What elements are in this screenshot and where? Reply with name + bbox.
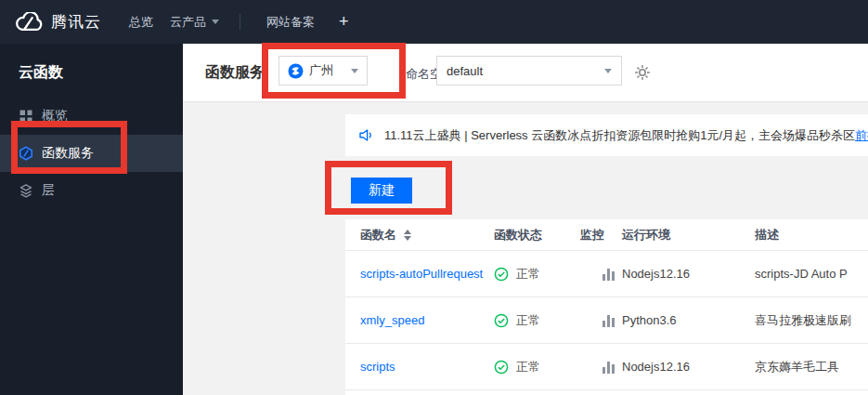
status-text: 正常 (516, 359, 540, 375)
column-header-status: 函数状态 (494, 227, 580, 244)
nav-add-tab-button[interactable]: + (339, 12, 349, 32)
nav-item-overview[interactable]: 总览 (129, 14, 153, 31)
globe-icon (288, 63, 304, 79)
bar-chart-icon[interactable] (602, 361, 616, 374)
column-header-runtime: 运行环境 (622, 227, 755, 244)
bar-chart-icon[interactable] (602, 268, 616, 281)
sidebar-item-overview[interactable]: 概览 (0, 98, 183, 135)
table-row: scripts-autoPullrequest 正常 Nodejs12.16 s… (345, 251, 868, 297)
region-selector[interactable]: 广州 (279, 56, 368, 86)
table-row: scripts 正常 Nodejs12.16 京东薅羊毛工具 (345, 344, 868, 390)
layers-icon (19, 183, 33, 198)
table-next-row-partial (345, 390, 868, 395)
column-header-name: 函数名 (360, 227, 396, 244)
promo-banner: 11.11云上盛典 | Serverless 云函数冰点折扣资源包限时抢购1元/… (345, 114, 868, 156)
sidebar-item-label: 函数服务 (42, 145, 94, 162)
functions-table: 函数名 函数状态 监控 运行环境 描述 scripts-autoPullrequ… (345, 219, 868, 395)
megaphone-icon (358, 127, 374, 143)
sidebar-title: 云函数 (0, 44, 183, 83)
chevron-down-icon (604, 69, 612, 73)
function-name-link[interactable]: scripts-autoPullrequest (360, 267, 483, 281)
runtime-cell: Python3.6 (622, 313, 755, 327)
bar-chart-icon[interactable] (602, 314, 616, 327)
page-title: 函数服务 (205, 63, 265, 83)
table-row: xmly_speed 正常 Python3.6 喜马拉雅极速版刷 (345, 297, 868, 344)
column-header-description: 描述 (755, 227, 868, 244)
top-navbar: 腾讯云 总览 云产品 网站备案 + (0, 0, 868, 44)
status-badge: 正常 (494, 359, 540, 375)
description-cell: 京东薅羊毛工具 (755, 359, 868, 375)
status-badge: 正常 (494, 266, 540, 283)
runtime-cell: Nodejs12.16 (622, 267, 755, 281)
namespace-value: default (447, 64, 483, 78)
sidebar-item-label: 概览 (42, 108, 68, 125)
brand-logo[interactable]: 腾讯云 (15, 11, 101, 33)
sidebar: 云函数 概览 函数服务 (0, 44, 183, 395)
create-button[interactable]: 新建 (351, 178, 412, 204)
status-text: 正常 (516, 266, 540, 283)
banner-link[interactable]: 前往 (855, 127, 868, 144)
chevron-down-icon (212, 20, 219, 24)
description-cell: scripts-JD Auto P (755, 267, 868, 281)
gear-icon[interactable] (634, 64, 651, 81)
nav-divider (240, 14, 240, 30)
description-cell: 喜马拉雅极速版刷 (755, 312, 868, 329)
page-header: 函数服务 广州 命名空间: default (183, 44, 868, 102)
cloud-logo-icon (15, 12, 43, 33)
chevron-down-icon (351, 69, 358, 73)
table-header-row: 函数名 函数状态 监控 运行环境 描述 (345, 219, 868, 251)
check-circle-icon (494, 360, 509, 375)
nav-item-cloud-products[interactable]: 云产品 (170, 14, 219, 31)
function-name-link[interactable]: scripts (360, 360, 395, 374)
grid-icon (19, 109, 33, 124)
status-text: 正常 (516, 312, 540, 329)
function-name-link[interactable]: xmly_speed (360, 313, 424, 327)
nav-item-cloud-products-label: 云产品 (170, 14, 206, 31)
nav-item-beian[interactable]: 网站备案 (266, 14, 315, 31)
runtime-cell: Nodejs12.16 (622, 360, 755, 374)
sidebar-item-function-service[interactable]: 函数服务 (0, 135, 183, 172)
column-header-monitor: 监控 (580, 227, 622, 244)
sidebar-item-label: 层 (42, 182, 55, 199)
status-badge: 正常 (494, 312, 540, 329)
check-circle-icon (494, 267, 509, 282)
namespace-select[interactable]: default (436, 56, 622, 86)
sort-icon[interactable] (404, 230, 411, 241)
brand-name: 腾讯云 (51, 11, 101, 33)
sidebar-item-layers[interactable]: 层 (0, 172, 183, 209)
banner-message: 11.11云上盛典 | Serverless 云函数冰点折扣资源包限时抢购1元/… (384, 127, 855, 144)
region-value: 广州 (309, 62, 333, 79)
check-circle-icon (494, 313, 509, 328)
scf-hexagon-icon (19, 146, 33, 161)
